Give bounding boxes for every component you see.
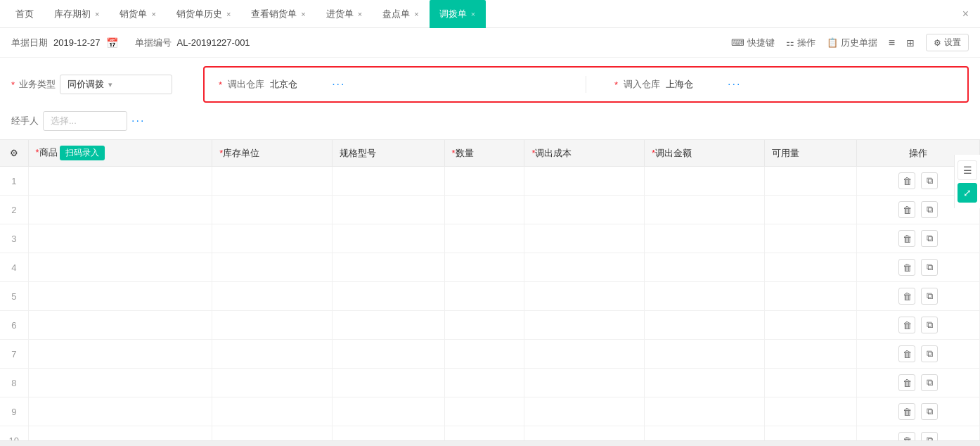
cell-amount[interactable] — [645, 340, 765, 369]
tab-item-transfer[interactable]: 调拨单× — [430, 0, 486, 28]
cell-product[interactable] — [28, 253, 212, 282]
cell-cost[interactable] — [524, 167, 645, 196]
cell-product[interactable] — [28, 311, 212, 340]
cell-amount[interactable] — [645, 224, 765, 253]
cell-cost[interactable] — [524, 369, 645, 397]
delete-button[interactable]: 🗑 — [898, 259, 915, 276]
history-button[interactable]: 📋 历史单据 — [827, 37, 877, 49]
tab-close-purchase-order[interactable]: × — [358, 10, 362, 18]
copy-button[interactable]: ⧉ — [921, 374, 938, 391]
layout2-button[interactable]: ⊞ — [906, 37, 915, 49]
cell-unit[interactable] — [212, 311, 333, 340]
cell-available[interactable] — [764, 224, 856, 253]
cell-amount[interactable] — [645, 196, 765, 224]
tab-close-sales-order[interactable]: × — [151, 10, 155, 18]
cell-qty[interactable] — [444, 426, 524, 441]
delete-button[interactable]: 🗑 — [898, 317, 915, 333]
cell-spec[interactable] — [332, 224, 444, 253]
copy-button[interactable]: ⧉ — [921, 317, 938, 333]
cell-available[interactable] — [764, 369, 856, 397]
bottom-scrollbar[interactable] — [0, 440, 980, 446]
cell-amount[interactable] — [645, 253, 765, 282]
handler-dots[interactable]: ··· — [131, 115, 145, 127]
settings-button[interactable]: ⚙ 设置 — [926, 34, 969, 51]
cell-amount[interactable] — [645, 397, 765, 426]
cell-cost[interactable] — [524, 196, 645, 224]
cell-qty[interactable] — [444, 224, 524, 253]
calendar-icon[interactable]: 📅 — [106, 37, 118, 49]
delete-button[interactable]: 🗑 — [898, 374, 915, 391]
scan-button[interactable]: 扫码录入 — [60, 146, 105, 160]
cell-cost[interactable] — [524, 426, 645, 441]
delete-button[interactable]: 🗑 — [898, 230, 915, 247]
cell-qty[interactable] — [444, 397, 524, 426]
cell-product[interactable] — [28, 167, 212, 196]
warehouse-out-dots[interactable]: ··· — [332, 78, 345, 91]
tab-item-inventory-check[interactable]: 盘点单× — [373, 0, 429, 28]
cell-cost[interactable] — [524, 340, 645, 369]
tab-item-inventory-init[interactable]: 库存期初× — [44, 0, 110, 28]
copy-button[interactable]: ⧉ — [921, 201, 938, 218]
cell-product[interactable] — [28, 282, 212, 311]
cell-product[interactable] — [28, 369, 212, 397]
cell-unit[interactable] — [212, 397, 333, 426]
cell-unit[interactable] — [212, 340, 333, 369]
operation-button[interactable]: ⚏ 操作 — [786, 37, 815, 49]
layout1-button[interactable]: ≡ — [889, 37, 895, 49]
cell-spec[interactable] — [332, 369, 444, 397]
tab-close-view-sales[interactable]: × — [301, 10, 305, 18]
cell-cost[interactable] — [524, 224, 645, 253]
tab-close-transfer[interactable]: × — [471, 10, 475, 18]
cell-product[interactable] — [28, 397, 212, 426]
cell-unit[interactable] — [212, 282, 333, 311]
cell-product[interactable] — [28, 196, 212, 224]
side-expand-button[interactable]: ⤢ — [958, 183, 977, 203]
cell-spec[interactable] — [332, 253, 444, 282]
delete-button[interactable]: 🗑 — [898, 432, 915, 440]
delete-button[interactable]: 🗑 — [898, 403, 915, 420]
copy-button[interactable]: ⧉ — [921, 259, 938, 276]
cell-cost[interactable] — [524, 282, 645, 311]
shortcut-button[interactable]: ⌨ 快捷键 — [731, 37, 775, 49]
delete-button[interactable]: 🗑 — [898, 172, 915, 189]
cell-unit[interactable] — [212, 224, 333, 253]
copy-button[interactable]: ⧉ — [921, 230, 938, 247]
cell-unit[interactable] — [212, 253, 333, 282]
cell-unit[interactable] — [212, 369, 333, 397]
cell-unit[interactable] — [212, 167, 333, 196]
handler-select[interactable]: 选择... — [43, 111, 127, 131]
cell-spec[interactable] — [332, 340, 444, 369]
delete-button[interactable]: 🗑 — [898, 201, 915, 218]
cell-spec[interactable] — [332, 196, 444, 224]
copy-button[interactable]: ⧉ — [921, 172, 938, 189]
tab-bar-close-button[interactable]: × — [957, 8, 974, 20]
cell-product[interactable] — [28, 340, 212, 369]
cell-available[interactable] — [764, 340, 856, 369]
tab-item-view-sales[interactable]: 查看销货单× — [241, 0, 316, 28]
cell-qty[interactable] — [444, 253, 524, 282]
cell-spec[interactable] — [332, 282, 444, 311]
cell-qty[interactable] — [444, 167, 524, 196]
cell-cost[interactable] — [524, 311, 645, 340]
cell-amount[interactable] — [645, 311, 765, 340]
copy-button[interactable]: ⧉ — [921, 403, 938, 420]
cell-qty[interactable] — [444, 196, 524, 224]
tab-item-home[interactable]: 首页 — [6, 0, 44, 28]
tab-close-sales-history[interactable]: × — [226, 10, 231, 18]
cell-available[interactable] — [764, 196, 856, 224]
cell-available[interactable] — [764, 426, 856, 441]
cell-amount[interactable] — [645, 426, 765, 441]
th-gear[interactable]: ⚙ — [0, 140, 28, 167]
cell-spec[interactable] — [332, 426, 444, 441]
cell-qty[interactable] — [444, 282, 524, 311]
cell-available[interactable] — [764, 167, 856, 196]
cell-spec[interactable] — [332, 167, 444, 196]
cell-available[interactable] — [764, 282, 856, 311]
delete-button[interactable]: 🗑 — [898, 345, 915, 362]
tab-item-purchase-order[interactable]: 进货单× — [316, 0, 373, 28]
cell-available[interactable] — [764, 253, 856, 282]
tab-item-sales-order[interactable]: 销货单× — [110, 0, 166, 28]
copy-button[interactable]: ⧉ — [921, 432, 938, 440]
copy-button[interactable]: ⧉ — [921, 288, 938, 305]
cell-cost[interactable] — [524, 397, 645, 426]
